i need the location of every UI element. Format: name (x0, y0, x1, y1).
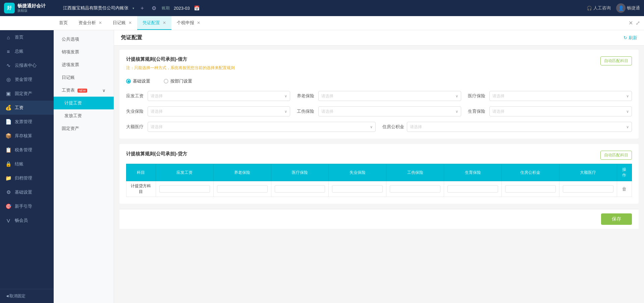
wage-select[interactable]: 请选择 ∨ (148, 91, 290, 101)
settings-icon[interactable]: ⚙ (150, 4, 158, 13)
left-menu-journal[interactable]: 日记账 (54, 71, 114, 84)
delete-row-button[interactable]: 🗑 (622, 186, 627, 192)
tab-bar-right: ✕ ⤢ (629, 16, 644, 30)
left-menu-sales[interactable]: 销项发票 (54, 46, 114, 58)
row-wage-cell (156, 181, 213, 197)
left-menu-purchase[interactable]: 进项发票 (54, 58, 114, 71)
asset-icon: ▣ (5, 91, 11, 97)
top-right: 🎧 人工咨询 👤 畅捷通 (587, 3, 640, 13)
company-dropdown-icon[interactable]: ▾ (132, 6, 134, 10)
new-badge: NEW (77, 89, 87, 93)
debit-auto-match-button[interactable]: 自动匹配科目 (600, 56, 632, 65)
tab-bar: 首页 资金分析 ✕ 日记账 ✕ 凭证配置 ✕ 个税申报 ✕ ✕ ⤢ (0, 16, 644, 30)
sidebar-item-archive[interactable]: 📁 归档管理 (0, 171, 54, 185)
col-unemployment: 失业保险 (329, 164, 386, 181)
large-medical-select[interactable]: 请选择 ∨ (148, 122, 376, 132)
tab-close-journal[interactable]: ✕ (128, 20, 132, 25)
table-row: 计提贷方科目 (126, 181, 632, 197)
ai-consult-button[interactable]: 🎧 人工咨询 (587, 5, 611, 11)
expand-icon[interactable]: ⤢ (636, 20, 640, 26)
tab-close-tax[interactable]: ✕ (197, 20, 200, 25)
row-housing-input[interactable] (505, 185, 556, 193)
maternity-select[interactable]: 请选择 ∨ (489, 106, 632, 116)
injury-select[interactable]: 请选择 ∨ (318, 106, 461, 116)
sub-menu-pay[interactable]: 发放工资 (54, 109, 114, 122)
form-item-injury: 工伤保险 请选择 ∨ (297, 106, 461, 116)
sidebar-item-asset[interactable]: ▣ 固定资产 (0, 87, 54, 101)
user-avatar: 👤 (616, 3, 626, 13)
row-maternity-cell (444, 181, 502, 197)
tab-home[interactable]: 首页 (54, 16, 73, 30)
tab-close-fund[interactable]: ✕ (99, 20, 102, 25)
close-book-icon: 🔒 (5, 161, 11, 167)
top-center: 江西服宝精品有限责任公司内账张 ▾ ＋ ⚙ 账期 2023-03 📅 (58, 3, 587, 13)
row-unemployment-input[interactable] (332, 185, 383, 193)
add-tab-button[interactable]: ＋ (138, 3, 146, 13)
sidebar-item-tax[interactable]: 📋 税务管理 (0, 143, 54, 157)
left-menu-fixed-asset[interactable]: 固定资产 (54, 122, 114, 135)
sidebar-item-home[interactable]: ⌂ 首页 (0, 30, 54, 44)
row-pension-cell (213, 181, 271, 197)
period-label: 账期 (162, 5, 170, 11)
row-wage-input[interactable] (159, 185, 210, 193)
sidebar-item-report[interactable]: ∿ 云报表中心 (0, 58, 54, 72)
main-content: 凭证配置 ↻ 刷新 计提核算规则(公司承担)-借方 注：只能选择一种方式，系统将… (114, 30, 644, 303)
left-menu-group-salary[interactable]: 工资表 NEW ∨ (54, 84, 114, 97)
sidebar-item-fund[interactable]: ◎ 资金管理 (0, 72, 54, 87)
tab-journal[interactable]: 日记账 ✕ (107, 16, 137, 30)
form-item-unemployment: 失业保险 请选择 ∨ (126, 106, 290, 116)
sidebar: ⌂ 首页 ≡ 总账 ∿ 云报表中心 ◎ 资金管理 ▣ 固定资产 💰 工资 📄 发… (0, 30, 54, 303)
credit-table-wrapper: 科目 应发工资 养老保险 医疗保险 失业保险 工伤保险 生育保险 住房公积金 大… (126, 164, 632, 197)
left-menu-public[interactable]: 公共选项 (54, 33, 114, 46)
pension-select-arrow: ∨ (455, 94, 458, 98)
sidebar-item-inventory[interactable]: 📦 库存核算 (0, 129, 54, 143)
injury-select-arrow: ∨ (455, 109, 458, 114)
radio-dept-settings[interactable]: 按部门设置 (164, 78, 192, 84)
form-item-maternity: 生育保险 请选择 ∨ (468, 106, 632, 116)
credit-table-body: 计提贷方科目 (126, 181, 632, 197)
credit-auto-match-button[interactable]: 自动匹配科目 (600, 151, 632, 160)
sidebar-item-salary[interactable]: 💰 工资 (0, 101, 54, 115)
unemployment-select[interactable]: 请选择 ∨ (148, 106, 290, 116)
sidebar-item-close[interactable]: 🔒 结账 (0, 157, 54, 171)
row-large-medical-input[interactable] (563, 185, 613, 193)
row-maternity-input[interactable] (447, 185, 498, 193)
top-bar: 好 畅捷通好会计 旗舰版 江西服宝精品有限责任公司内账张 ▾ ＋ ⚙ 账期 20… (0, 0, 644, 16)
app-logo-icon: 好 (4, 3, 15, 13)
close-window-icon[interactable]: ✕ (629, 20, 633, 26)
period-value: 2023-03 (174, 6, 190, 11)
tab-voucher-config[interactable]: 凭证配置 ✕ (137, 16, 171, 30)
row-unemployment-cell (329, 181, 386, 197)
radio-dept-circle (164, 79, 168, 84)
calendar-icon[interactable]: 📅 (194, 5, 200, 11)
col-housing: 住房公积金 (502, 164, 559, 181)
credit-section: 计提核算规则(公司承担)-贷方 自动匹配科目 科目 应发工资 养老保险 医疗保险 (119, 144, 639, 204)
form-item-housing: 住房公积金 请选择 ∨ (382, 122, 632, 132)
row-medical-input[interactable] (275, 185, 325, 193)
invoice-icon: 📄 (5, 119, 11, 125)
medical-select[interactable]: 请选择 ∨ (489, 91, 632, 101)
pension-select[interactable]: 请选择 ∨ (318, 91, 461, 101)
cancel-fixed-button[interactable]: ◄取消固定 (0, 289, 54, 303)
sidebar-item-settings[interactable]: ⚙ 基础设置 (0, 185, 54, 199)
sub-menu-accrued[interactable]: 计提工资 (54, 97, 114, 109)
sidebar-item-ledger[interactable]: ≡ 总账 (0, 44, 54, 58)
sidebar-item-member[interactable]: V 畅会员 (0, 213, 54, 228)
wage-label: 应发工资 (126, 93, 145, 99)
inventory-icon: 📦 (5, 133, 11, 139)
housing-select[interactable]: 请选择 ∨ (407, 122, 632, 132)
sidebar-item-guide[interactable]: 🎯 新手引导 (0, 199, 54, 213)
tab-tax-report[interactable]: 个税申报 ✕ (171, 16, 206, 30)
user-name: 畅捷通 (627, 5, 640, 11)
row-pension-input[interactable] (217, 185, 268, 193)
refresh-button[interactable]: ↻ 刷新 (624, 35, 637, 41)
radio-basic-settings[interactable]: 基础设置 (126, 78, 150, 84)
sidebar-item-invoice[interactable]: 📄 发票管理 (0, 115, 54, 129)
refresh-icon: ↻ (624, 35, 627, 40)
save-button[interactable]: 保存 (601, 213, 632, 225)
tab-close-voucher[interactable]: ✕ (163, 20, 166, 25)
logo-area: 好 畅捷通好会计 旗舰版 (4, 3, 58, 13)
user-menu[interactable]: 👤 畅捷通 (616, 3, 640, 13)
row-injury-input[interactable] (390, 185, 440, 193)
tab-fund-analysis[interactable]: 资金分析 ✕ (73, 16, 107, 30)
